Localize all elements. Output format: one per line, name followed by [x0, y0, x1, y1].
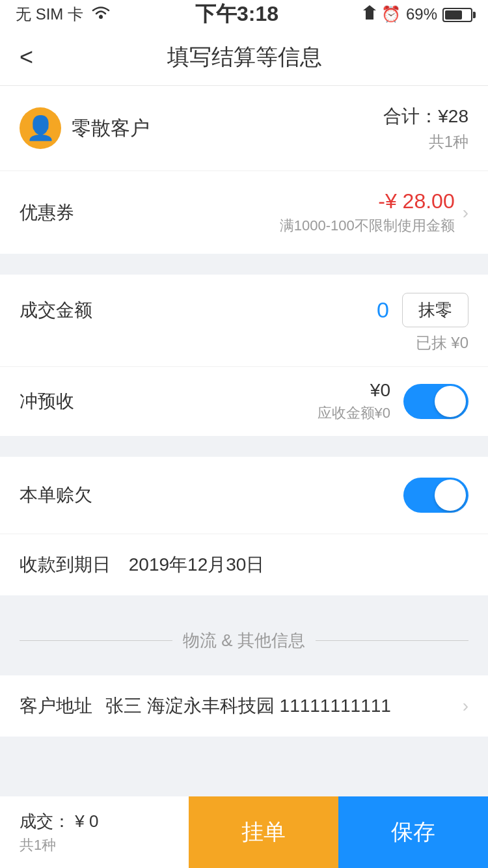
address-value: 张三 海淀永丰科技园 11111111111 [105, 694, 463, 718]
debt-toggle-knob [435, 480, 466, 511]
status-bar-left: 无 SIM 卡 [16, 4, 111, 25]
prereceive-right: ¥0 应收金额¥0 [318, 380, 468, 423]
prereceive-row: 冲预收 ¥0 应收金额¥0 [0, 366, 488, 436]
customer-left: 👤 零散客户 [20, 107, 150, 149]
svg-point-0 [99, 15, 103, 19]
divider-line-left [20, 640, 172, 641]
battery-percentage: 69% [406, 5, 437, 23]
customer-row: 👤 零散客户 合计：¥28 共1种 [0, 86, 488, 170]
coupon-amount: -¥ 28.00 [280, 189, 455, 213]
bottom-info: 成交： ¥ 0 共1种 [0, 810, 189, 855]
time-display: 下午3:18 [195, 0, 278, 29]
customer-name: 零散客户 [72, 115, 150, 142]
back-button[interactable]: < [20, 37, 46, 77]
already-rounded-text: 已抹 ¥0 [0, 332, 488, 366]
battery-icon [442, 5, 472, 23]
bottom-bar: 成交： ¥ 0 共1种 挂单 保存 [0, 796, 488, 868]
debt-toggle[interactable] [403, 478, 468, 513]
bottom-deal: 成交： ¥ 0 [20, 810, 169, 833]
deal-amount: ¥ 0 [75, 811, 98, 831]
address-label: 客户地址 [20, 694, 92, 718]
total-amount: 合计：¥28 [383, 104, 468, 129]
round-zero-button[interactable]: 抹零 [402, 293, 468, 327]
divider-line-right [316, 640, 468, 641]
logistics-section: 物流 & 其他信息 [0, 616, 488, 665]
logistics-header-text: 物流 & 其他信息 [183, 629, 305, 652]
section-divider-2 [0, 446, 488, 457]
debt-label: 本单赊欠 [20, 483, 92, 508]
customer-total: 合计：¥28 共1种 [383, 104, 468, 152]
total-count: 共1种 [383, 131, 468, 152]
svg-marker-1 [363, 5, 376, 20]
debt-row: 本单赊欠 [0, 457, 488, 534]
transaction-right: 0 抹零 [377, 293, 468, 327]
coupon-label: 优惠券 [20, 200, 74, 225]
coupon-info: -¥ 28.00 满1000-100不限制使用金额 [280, 189, 455, 236]
logistics-header: 物流 & 其他信息 [0, 616, 488, 665]
nav-bar: < 填写结算等信息 [0, 29, 488, 86]
coupon-chevron-icon: › [463, 202, 468, 223]
page-title: 填写结算等信息 [46, 42, 442, 72]
save-button[interactable]: 保存 [338, 796, 488, 868]
coupon-desc: 满1000-100不限制使用金额 [280, 216, 455, 236]
coupon-right: -¥ 28.00 满1000-100不限制使用金额 › [280, 189, 468, 236]
address-chevron-icon: › [463, 696, 468, 716]
debt-card: 本单赊欠 收款到期日 2019年12月30日 [0, 457, 488, 595]
status-bar: 无 SIM 卡 下午3:18 ⏰ 69% [0, 0, 488, 29]
due-date-row: 收款到期日 2019年12月30日 [0, 534, 488, 595]
prereceive-toggle[interactable] [403, 384, 468, 419]
hold-button[interactable]: 挂单 [189, 796, 338, 868]
deal-label: 成交： [20, 811, 70, 831]
prereceive-info: ¥0 应收金额¥0 [318, 380, 390, 423]
main-content: 👤 零散客户 合计：¥28 共1种 优惠券 -¥ 28.00 满1000-100… [0, 86, 488, 815]
carrier-text: 无 SIM 卡 [16, 4, 83, 25]
transaction-label: 成交金额 [20, 298, 92, 323]
alarm-icon: ⏰ [381, 5, 401, 23]
wifi-icon [91, 5, 111, 23]
status-bar-right: ⏰ 69% [363, 5, 472, 23]
bottom-count: 共1种 [20, 835, 169, 855]
transaction-section: 成交金额 0 抹零 已抹 ¥0 冲预收 ¥0 应收金额¥0 [0, 275, 488, 436]
section-divider-3 [0, 606, 488, 616]
due-date-value: 2019年12月30日 [129, 554, 265, 575]
customer-card: 👤 零散客户 合计：¥28 共1种 优惠券 -¥ 28.00 满1000-100… [0, 86, 488, 254]
transaction-amount: 0 [377, 297, 389, 323]
toggle-knob [435, 386, 466, 417]
avatar-person-icon: 👤 [26, 115, 55, 142]
section-divider-1 [0, 264, 488, 275]
prereceive-label: 冲预收 [20, 389, 74, 414]
customer-avatar: 👤 [20, 107, 61, 149]
location-icon [363, 5, 376, 23]
address-row[interactable]: 客户地址 张三 海淀永丰科技园 11111111111 › [0, 675, 488, 737]
prereceive-desc: 应收金额¥0 [318, 403, 390, 423]
due-date-label: 收款到期日 [20, 554, 111, 575]
coupon-row[interactable]: 优惠券 -¥ 28.00 满1000-100不限制使用金额 › [0, 170, 488, 254]
prereceive-amount: ¥0 [318, 380, 390, 401]
transaction-row: 成交金额 0 抹零 [0, 275, 488, 332]
